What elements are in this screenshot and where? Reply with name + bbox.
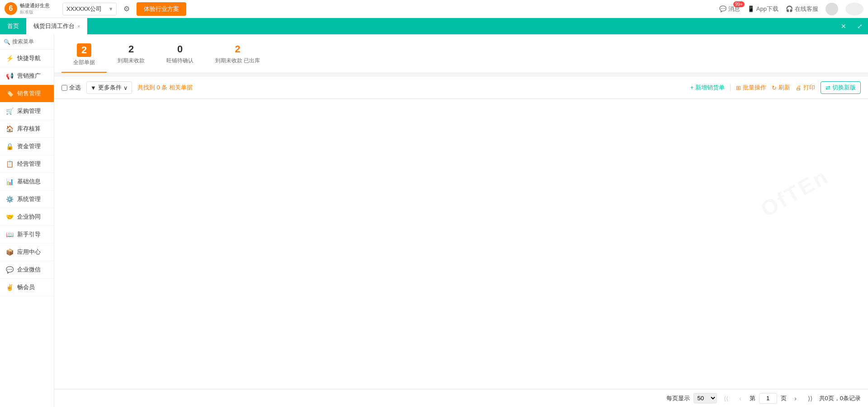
tab-maximize[interactable]: ⤢: [852, 18, 868, 34]
batch-icon: ⊞: [736, 84, 741, 91]
stat-label-all: 全部单据: [72, 59, 96, 66]
base-info-icon: 📊: [5, 178, 14, 185]
online-service-button[interactable]: 🎧 在线客服: [786, 5, 818, 13]
logo-icon: 6: [5, 2, 17, 15]
guide-icon: 📖: [5, 231, 14, 238]
batch-operation-button[interactable]: ⊞ 批量操作: [736, 84, 766, 92]
app-download-label: App下载: [756, 5, 778, 13]
next-page-button[interactable]: ›: [790, 393, 801, 404]
trial-button[interactable]: 体验行业方案: [137, 2, 186, 16]
user-avatar[interactable]: [826, 3, 838, 15]
search-icon: 🔍: [4, 39, 10, 45]
print-icon: 🖨: [796, 84, 802, 91]
sidebar-item-enterprise[interactable]: 🤝 企业协同: [0, 208, 54, 226]
service-label: 在线客服: [795, 5, 818, 13]
toolbar: 全选 ▼ 更多条件 ∨ 共找到 0 条 相关单据 + 新增销货单 ⊞: [54, 77, 868, 99]
purchase-icon: 🛒: [5, 108, 14, 115]
company-dropdown-arrow: ▾: [109, 5, 113, 12]
stat-tab-wangpu[interactable]: 0 旺铺待确认: [156, 40, 204, 73]
print-label: 打印: [803, 84, 815, 92]
sidebar-item-apps[interactable]: 📦 应用中心: [0, 243, 54, 261]
page-input[interactable]: [759, 393, 777, 404]
base-info-label: 基础信息: [17, 178, 41, 186]
found-count: 0: [157, 84, 160, 91]
filter-icon: ▼: [90, 84, 96, 91]
batch-label: 批量操作: [743, 84, 766, 92]
message-button[interactable]: 💬 消息 99+: [719, 5, 740, 13]
sidebar-item-quick-nav[interactable]: ⚡ 快捷导航: [0, 50, 54, 67]
phone-icon: 📱: [747, 5, 755, 12]
sidebar-item-marketing[interactable]: 📢 营销推广: [0, 67, 54, 85]
settings-button[interactable]: ⚙: [120, 3, 133, 15]
sidebar-item-purchase[interactable]: 🛒 采购管理: [0, 103, 54, 120]
sidebar-item-finance[interactable]: 🔒 资金管理: [0, 138, 54, 155]
sidebar-item-member[interactable]: ✌️ 畅会员: [0, 279, 54, 296]
print-button[interactable]: 🖨 打印: [796, 84, 815, 92]
tab-home[interactable]: 首页: [0, 18, 26, 34]
inventory-icon: 🏠: [5, 125, 14, 132]
sidebar-search[interactable]: 🔍 搜索菜单: [0, 34, 54, 50]
sidebar-item-sales[interactable]: 🏷️ 销售管理: [0, 85, 54, 103]
app-version: 标准版: [20, 9, 50, 15]
stat-tab-all[interactable]: 2 全部单据: [61, 40, 107, 73]
switch-version-button[interactable]: ⇄ 切换新版: [821, 81, 861, 94]
add-order-button[interactable]: + 新增销货单: [690, 84, 725, 92]
guide-label: 新手引导: [17, 230, 41, 239]
stat-label-overdue: 到期未收款: [118, 57, 145, 65]
stat-num-shipped: 2: [215, 43, 260, 55]
enterprise-label: 企业协同: [17, 213, 41, 221]
select-all-input[interactable]: [61, 85, 67, 91]
sidebar-item-inventory[interactable]: 🏠 库存核算: [0, 120, 54, 138]
page-suffix: 页: [781, 394, 787, 402]
sidebar-item-system[interactable]: ⚙️ 系统管理: [0, 191, 54, 208]
table-area: OfTEn: [54, 99, 868, 389]
stat-num-overdue: 2: [118, 43, 145, 55]
sidebar-item-wechat[interactable]: 💬 企业微信: [0, 261, 54, 279]
message-badge: 99+: [733, 1, 745, 7]
wechat-icon: 💬: [5, 266, 14, 273]
sidebar: 🔍 搜索菜单 ⚡ 快捷导航 📢 营销推广 🏷️ 销售管理 🛒 采购管理 🏠 库存…: [0, 34, 54, 407]
company-selector[interactable]: XXXXXX公司 ▾: [62, 3, 117, 15]
filter-button[interactable]: ▼ 更多条件 ∨: [86, 81, 132, 94]
last-page-button[interactable]: ⟩⟩: [805, 393, 816, 404]
page-label: 第: [750, 394, 755, 402]
sidebar-item-operation[interactable]: 📋 经营管理: [0, 155, 54, 173]
refresh-button[interactable]: ↻ 刷新: [772, 84, 790, 92]
select-all-checkbox[interactable]: 全选: [61, 84, 81, 92]
sidebar-item-guide[interactable]: 📖 新手引导: [0, 226, 54, 243]
tab-work-bench[interactable]: 钱货日清工作台 ×: [26, 18, 87, 34]
marketing-label: 营销推广: [17, 72, 41, 80]
sales-icon: 🏷️: [5, 90, 14, 97]
sidebar-item-base-info[interactable]: 📊 基础信息: [0, 173, 54, 191]
stat-tab-overdue[interactable]: 2 到期未收款: [107, 40, 156, 73]
user-name-area[interactable]: [845, 3, 863, 15]
operation-icon: 📋: [5, 160, 14, 168]
member-icon: ✌️: [5, 284, 14, 291]
switch-icon: ⇄: [826, 84, 830, 91]
operation-label: 经营管理: [17, 160, 41, 168]
pagination: 每页显示 50 100 200 ⟨⟨ ‹ 第 页 › ⟩⟩ 共0页，0条记录: [54, 389, 868, 407]
tab-close-icon[interactable]: ×: [77, 23, 80, 29]
logo-area: 6 畅捷通好生意 标准版: [5, 2, 59, 15]
message-icon: 💬: [719, 5, 726, 12]
select-all-label: 全选: [69, 84, 81, 92]
refresh-label: 刷新: [778, 84, 790, 92]
marketing-icon: 📢: [5, 72, 14, 80]
finance-label: 资金管理: [17, 142, 41, 150]
total-label: 共0页，0条记录: [819, 394, 861, 402]
stat-tab-shipped[interactable]: 2 到期未收款 已出库: [204, 40, 271, 73]
watermark: OfTEn: [756, 164, 833, 222]
stat-num-all: 2: [77, 43, 91, 57]
wechat-label: 企业微信: [17, 266, 41, 274]
inventory-label: 库存核算: [17, 125, 41, 133]
enterprise-icon: 🤝: [5, 213, 14, 220]
apps-label: 应用中心: [17, 248, 41, 256]
app-download-button[interactable]: 📱 App下载: [747, 5, 778, 13]
refresh-icon: ↻: [772, 84, 777, 91]
per-page-select[interactable]: 50 100 200: [693, 393, 717, 403]
first-page-button[interactable]: ⟨⟨: [721, 393, 731, 404]
company-name: XXXXXX公司: [66, 5, 102, 13]
tab-close-window[interactable]: ✕: [835, 18, 852, 34]
prev-page-button[interactable]: ‹: [735, 393, 746, 404]
sales-label: 销售管理: [17, 89, 41, 98]
